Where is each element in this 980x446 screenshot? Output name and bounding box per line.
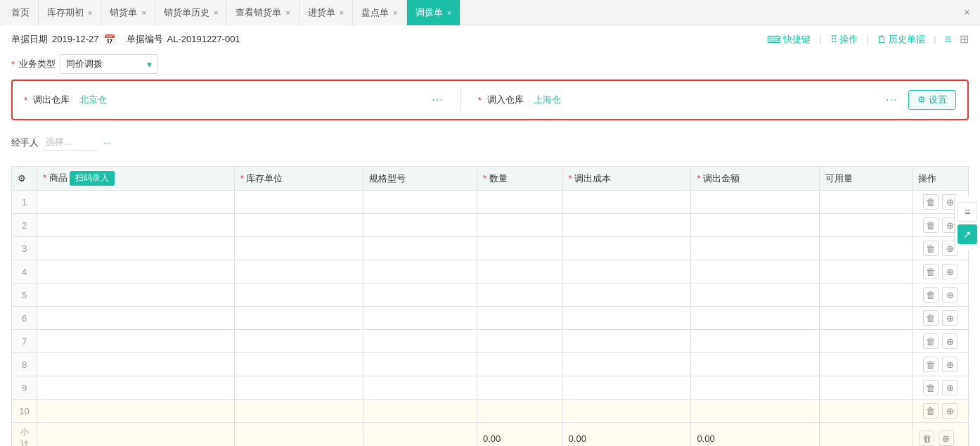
tab-view-sales[interactable]: 查看销货单 × <box>227 0 299 25</box>
row-available-2[interactable] <box>820 214 913 237</box>
row-amount-3[interactable] <box>691 237 820 260</box>
row-cost-9[interactable] <box>562 376 691 400</box>
row-available-9[interactable] <box>820 376 913 400</box>
handler-more-button[interactable]: ··· <box>103 137 111 148</box>
row-copy-icon-4[interactable]: ⊕ <box>942 264 958 279</box>
row-spec-4[interactable] <box>363 260 477 283</box>
row-copy-icon-5[interactable]: ⊕ <box>942 287 958 302</box>
tab-purchase-close[interactable]: × <box>340 8 344 17</box>
row-delete-icon-3[interactable]: 🗑 <box>923 241 939 256</box>
row-qty-6[interactable] <box>477 307 562 330</box>
row-spec-7[interactable] <box>363 330 477 353</box>
row-product-6[interactable] <box>37 307 235 330</box>
subtotal-copy-icon[interactable]: ⊕ <box>939 431 954 446</box>
row-amount-4[interactable] <box>691 260 820 283</box>
tab-transfer[interactable]: 调拨单 × <box>407 0 460 25</box>
row-delete-icon-10[interactable]: 🗑 <box>923 403 939 419</box>
row-spec-8[interactable] <box>363 353 477 376</box>
row-spec-5[interactable] <box>363 283 477 307</box>
row-qty-5[interactable] <box>477 283 562 307</box>
settings-button[interactable]: ⚙ 设置 <box>908 90 956 110</box>
row-amount-7[interactable] <box>691 330 820 353</box>
th-gear[interactable]: ⚙ <box>12 167 37 191</box>
tab-purchase[interactable]: 进货单 × <box>299 0 353 25</box>
row-available-1[interactable] <box>820 191 913 214</box>
row-amount-10[interactable] <box>691 400 820 423</box>
row-amount-5[interactable] <box>691 283 820 307</box>
row-qty-4[interactable] <box>477 260 562 283</box>
subtotal-delete-icon[interactable]: 🗑 <box>919 431 934 446</box>
tab-stocktake-close[interactable]: × <box>393 8 397 17</box>
row-amount-8[interactable] <box>691 353 820 376</box>
row-unit-3[interactable] <box>234 237 363 260</box>
row-cost-4[interactable] <box>562 260 691 283</box>
tab-inventory-init-close[interactable]: × <box>88 8 92 17</box>
row-product-9[interactable] <box>37 376 235 400</box>
row-qty-8[interactable] <box>477 353 562 376</box>
row-unit-7[interactable] <box>234 330 363 353</box>
row-product-2[interactable] <box>37 214 235 237</box>
row-copy-icon-7[interactable]: ⊕ <box>942 333 958 349</box>
row-amount-6[interactable] <box>691 307 820 330</box>
layout-icon-1[interactable]: ≡ <box>945 33 951 46</box>
row-unit-4[interactable] <box>234 260 363 283</box>
tab-sales-history[interactable]: 销货单历史 × <box>155 0 227 25</box>
row-available-4[interactable] <box>820 260 913 283</box>
tab-inventory-init[interactable]: 库存期初 × <box>39 0 101 25</box>
row-cost-3[interactable] <box>562 237 691 260</box>
row-amount-1[interactable] <box>691 191 820 214</box>
warehouse-in-more-button[interactable]: ··· <box>886 94 897 106</box>
row-spec-1[interactable] <box>363 191 477 214</box>
row-spec-10[interactable] <box>363 400 477 423</box>
row-copy-icon-6[interactable]: ⊕ <box>942 310 958 326</box>
row-product-1[interactable] <box>37 191 235 214</box>
row-available-7[interactable] <box>820 330 913 353</box>
row-product-8[interactable] <box>37 353 235 376</box>
row-qty-3[interactable] <box>477 237 562 260</box>
row-product-4[interactable] <box>37 260 235 283</box>
row-product-3[interactable] <box>37 237 235 260</box>
row-delete-icon-2[interactable]: 🗑 <box>923 217 939 233</box>
row-amount-2[interactable] <box>691 214 820 237</box>
row-available-10[interactable] <box>820 400 913 423</box>
row-qty-10[interactable] <box>477 400 562 423</box>
row-amount-9[interactable] <box>691 376 820 400</box>
row-spec-3[interactable] <box>363 237 477 260</box>
row-unit-2[interactable] <box>234 214 363 237</box>
row-qty-9[interactable] <box>477 376 562 400</box>
row-delete-icon-4[interactable]: 🗑 <box>923 264 939 279</box>
sidebar-list-icon[interactable]: ≡ <box>958 202 977 222</box>
calendar-icon[interactable]: 📅 <box>103 34 115 45</box>
tab-sales-history-close[interactable]: × <box>214 8 218 17</box>
row-product-10[interactable] <box>37 400 235 423</box>
row-cost-1[interactable] <box>562 191 691 214</box>
row-copy-icon-10[interactable]: ⊕ <box>942 403 958 419</box>
row-unit-5[interactable] <box>234 283 363 307</box>
row-available-5[interactable] <box>820 283 913 307</box>
row-spec-6[interactable] <box>363 307 477 330</box>
row-cost-6[interactable] <box>562 307 691 330</box>
row-unit-6[interactable] <box>234 307 363 330</box>
row-spec-2[interactable] <box>363 214 477 237</box>
row-copy-icon-8[interactable]: ⊕ <box>942 357 958 372</box>
scan-button[interactable]: 扫码录入 <box>70 171 115 186</box>
row-delete-icon-5[interactable]: 🗑 <box>923 287 939 302</box>
tab-sales-order[interactable]: 销货单 × <box>101 0 155 25</box>
row-copy-icon-9[interactable]: ⊕ <box>942 380 958 395</box>
history-action[interactable]: 🗒 历史单据 <box>877 33 925 46</box>
row-product-7[interactable] <box>37 330 235 353</box>
shortcut-action[interactable]: ⌨ 快捷键 <box>767 33 811 46</box>
row-available-3[interactable] <box>820 237 913 260</box>
row-cost-10[interactable] <box>562 400 691 423</box>
row-cost-8[interactable] <box>562 353 691 376</box>
row-qty-2[interactable] <box>477 214 562 237</box>
tab-sales-order-close[interactable]: × <box>141 8 146 17</box>
row-delete-icon-1[interactable]: 🗑 <box>923 194 939 210</box>
warehouse-out-more-button[interactable]: ··· <box>432 94 443 106</box>
layout-icon-2[interactable]: ⊞ <box>960 32 969 46</box>
business-type-dropdown[interactable]: 同价调拨 ▾ <box>60 54 158 74</box>
row-delete-icon-8[interactable]: 🗑 <box>923 357 939 372</box>
row-cost-2[interactable] <box>562 214 691 237</box>
row-unit-9[interactable] <box>234 376 363 400</box>
row-unit-1[interactable] <box>234 191 363 214</box>
